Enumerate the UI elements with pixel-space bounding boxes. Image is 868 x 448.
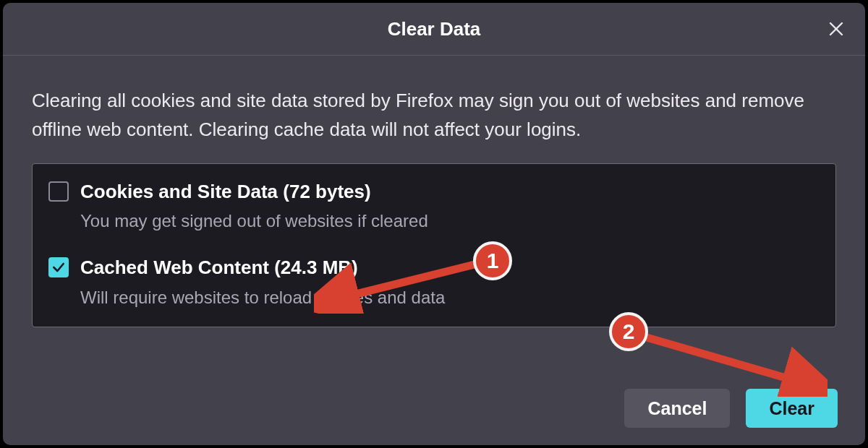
close-icon [827,20,845,38]
cancel-button[interactable]: Cancel [624,389,730,428]
dialog-body: Clearing all cookies and site data store… [3,56,865,327]
cookies-label: Cookies and Site Data (72 bytes) [80,180,428,204]
checkmark-icon [51,260,66,275]
cookies-text: Cookies and Site Data (72 bytes) You may… [80,180,428,232]
options-panel: Cookies and Site Data (72 bytes) You may… [32,163,836,328]
cookies-sublabel: You may get signed out of websites if cl… [80,211,428,231]
svg-line-5 [647,337,806,384]
close-button[interactable] [823,16,849,42]
cache-checkbox[interactable] [48,257,69,277]
annotation-arrow-2 [632,324,827,397]
option-cache: Cached Web Content (24.3 MB) Will requir… [48,256,820,308]
cache-sublabel: Will require websites to reload images a… [80,288,445,308]
cache-label: Cached Web Content (24.3 MB) [80,256,445,280]
clear-button[interactable]: Clear [746,389,838,428]
dialog-title: Clear Data [388,18,481,40]
cookies-checkbox[interactable] [48,181,69,202]
option-cookies: Cookies and Site Data (72 bytes) You may… [48,180,820,232]
dialog-description: Clearing all cookies and site data store… [32,86,836,145]
dialog-footer: Cancel Clear [624,389,838,428]
cache-text: Cached Web Content (24.3 MB) Will requir… [80,256,445,308]
clear-data-dialog: Clear Data Clearing all cookies and site… [3,3,865,445]
dialog-titlebar: Clear Data [3,3,865,56]
